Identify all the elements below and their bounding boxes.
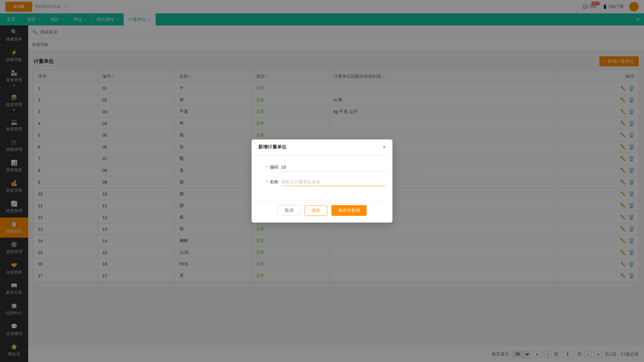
modal-footer: 取消 保存 保存并新增 xyxy=(252,201,392,223)
form-name-label: * 名称 xyxy=(258,179,278,185)
modal: 新增计量单位 × * 编码 * 名称 取消 保存 保存并新增 xyxy=(252,139,392,223)
form-code-input[interactable] xyxy=(281,163,386,171)
modal-title: 新增计量单位 xyxy=(258,144,286,150)
form-name-input[interactable] xyxy=(281,178,386,186)
modal-overlay: 新增计量单位 × * 编码 * 名称 取消 保存 保存并新增 xyxy=(0,0,644,362)
modal-body: * 编码 * 名称 xyxy=(252,155,392,201)
cancel-button[interactable]: 取消 xyxy=(278,205,301,216)
save-new-button[interactable]: 保存并新增 xyxy=(331,205,367,216)
modal-close-button[interactable]: × xyxy=(383,144,386,150)
form-row-code: * 编码 xyxy=(258,163,386,171)
form-row-name: * 名称 xyxy=(258,178,386,186)
modal-header: 新增计量单位 × xyxy=(252,139,392,155)
form-code-label: * 编码 xyxy=(258,164,278,170)
save-button[interactable]: 保存 xyxy=(305,205,327,216)
